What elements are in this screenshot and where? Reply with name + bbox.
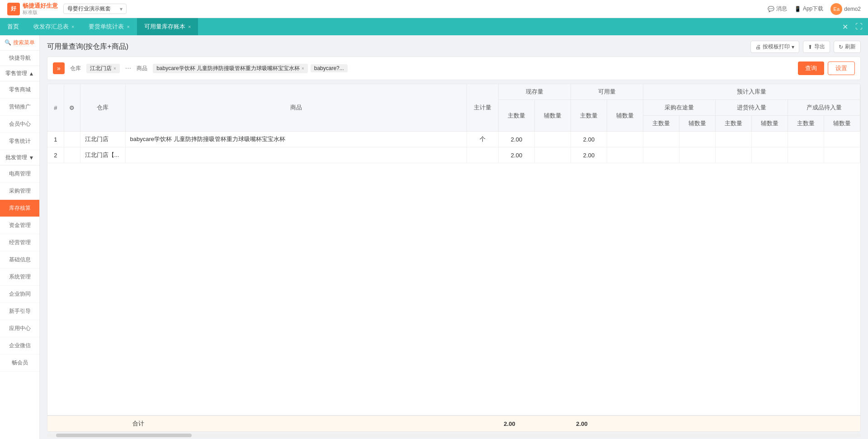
th-avail-aux: 辅数量 [607, 100, 643, 132]
cell-index: 2 [47, 147, 64, 163]
cell-stock-aux [535, 147, 571, 163]
refresh-icon: ↻ [839, 44, 843, 50]
horizontal-scrollbar[interactable] [47, 434, 861, 437]
export-btn[interactable]: ⬆ 导出 [803, 41, 830, 53]
page-title: 可用量查询(按仓库+商品) [47, 42, 128, 52]
message-btn[interactable]: 💬 消息 [768, 5, 787, 13]
sidebar-item-vip[interactable]: 畅会员 [0, 354, 39, 372]
search-icon: 🔍 [5, 39, 11, 46]
tab-order-stats[interactable]: 要货单统计表 × [81, 18, 137, 35]
tab-receivable[interactable]: 收发存汇总表 × [26, 18, 81, 35]
cell-inbound-main [716, 132, 752, 147]
sidebar-item-retail-stats[interactable]: 零售统计 [0, 133, 39, 150]
download-btn[interactable]: 📱 App下载 [794, 5, 823, 13]
chevron-icon: ▲ [29, 71, 34, 77]
sidebar-item-basic-info[interactable]: 基础信息 [0, 251, 39, 269]
cell-settings [64, 147, 80, 163]
sidebar-item-purchase[interactable]: 采购管理 [0, 183, 39, 200]
refresh-btn[interactable]: ↻ 刷新 [834, 41, 861, 53]
th-index: # [47, 84, 64, 132]
product-tag-1-close[interactable]: × [302, 66, 304, 71]
app-sub: 标准版 [23, 9, 58, 15]
tab-home[interactable]: 首页 [0, 18, 26, 35]
sidebar-item-finance[interactable]: 资金管理 [0, 217, 39, 234]
table-container: # ⚙ 仓库 商品 主计量 现存量 可用量 预计入库量 主数 [47, 84, 861, 432]
sidebar-item-guide[interactable]: 新手引导 [0, 303, 39, 320]
sidebar-item-app-center[interactable]: 应用中心 [0, 320, 39, 337]
settings-icon[interactable]: ⚙ [69, 104, 75, 111]
tab-close-order-stats[interactable]: × [127, 24, 129, 29]
download-icon: 📱 [794, 6, 801, 12]
sidebar-item-ecommerce[interactable]: 电商管理 [0, 165, 39, 183]
table-row: 1 江北门店 babycare学饮杯 儿童防摔防撞吸管杯重力球吸嘴杯宝宝水杯 个… [47, 132, 860, 147]
message-icon: 💬 [768, 6, 774, 12]
sidebar-item-collab[interactable]: 企业协同 [0, 286, 39, 303]
filter-expand-btn[interactable]: » [53, 62, 65, 74]
sidebar-item-inventory[interactable]: 库存核算 [0, 200, 39, 217]
tab-close-available-stock[interactable]: × [188, 24, 191, 29]
cell-avail-aux [607, 147, 643, 163]
sidebar-item-wholesale-mgmt[interactable]: 批发管理 ▼ [0, 150, 39, 165]
cell-inbound-aux [752, 132, 788, 147]
th-avail-main: 主数量 [571, 100, 607, 132]
sidebar: 🔍 搜索菜单 快捷导航 零售管理 ▲ 零售商城 营销推广 会员中心 零售统计 批… [0, 35, 40, 439]
store-selector[interactable]: 母婴行业演示账套 ▾ [63, 4, 127, 14]
sidebar-search[interactable]: 🔍 搜索菜单 [0, 35, 39, 51]
sidebar-item-operations[interactable]: 经营管理 [0, 234, 39, 251]
user-area[interactable]: Ea demo2 [830, 3, 861, 15]
cell-warehouse: 江北门店【... [80, 147, 125, 163]
footer-avail-main: 2.00 [564, 420, 600, 427]
tab-fullscreen-btn[interactable]: ⛶ [854, 23, 864, 31]
user-name: demo2 [844, 6, 861, 12]
main-layout: 🔍 搜索菜单 快捷导航 零售管理 ▲ 零售商城 营销推广 会员中心 零售统计 批… [0, 35, 868, 439]
product-label: 商品 [137, 65, 147, 72]
footer-stock-main: 2.00 [491, 420, 528, 427]
query-button[interactable]: 查询 [798, 61, 824, 75]
sidebar-item-member[interactable]: 会员中心 [0, 116, 39, 133]
product-tag-2: babycare?... [311, 64, 348, 72]
avatar: Ea [830, 3, 842, 15]
tab-bar-right: ✕ ⛶ [840, 23, 868, 31]
cell-purchase-main [643, 147, 679, 163]
export-icon: ⬆ [808, 44, 812, 50]
cell-index: 1 [47, 132, 64, 147]
filter-bar: » 仓库 江北门店 × ··· 商品 babycare学饮杯 儿童防摔防撞吸管杯… [47, 57, 861, 80]
sidebar-item-wechat[interactable]: 企业微信 [0, 337, 39, 354]
th-warehouse: 仓库 [80, 84, 125, 132]
filter-more-icon[interactable]: ··· [125, 64, 131, 72]
sidebar-item-retail-mall[interactable]: 零售商城 [0, 81, 39, 99]
cell-product-aux [824, 132, 860, 147]
cell-purchase-aux [679, 132, 716, 147]
th-product-main: 主数量 [788, 116, 824, 132]
print-btn[interactable]: 🖨 按模板打印 ▾ [750, 41, 799, 53]
tab-close-receivable[interactable]: × [71, 24, 74, 29]
page-actions: 🖨 按模板打印 ▾ ⬆ 导出 ↻ 刷新 [750, 41, 861, 53]
th-settings: ⚙ [64, 84, 80, 132]
th-product-aux: 辅数量 [824, 116, 860, 132]
product-tag-1: babycare学饮杯 儿童防摔防撞吸管杯重力球吸嘴杯宝宝水杯 × [153, 64, 308, 73]
scroll-thumb[interactable] [56, 434, 192, 437]
warehouse-tag-close[interactable]: × [113, 66, 116, 71]
data-table: # ⚙ 仓库 商品 主计量 现存量 可用量 预计入库量 主数 [47, 84, 860, 163]
th-inbound-pending: 进货待入量 [716, 100, 788, 116]
sidebar-item-retail-mgmt[interactable]: 零售管理 ▲ [0, 66, 39, 81]
tab-close-all-btn[interactable]: ✕ [840, 23, 850, 31]
cell-avail-main: 2.00 [571, 147, 607, 163]
sidebar-quick-nav[interactable]: 快捷导航 [0, 51, 39, 66]
th-inbound-aux: 辅数量 [752, 116, 788, 132]
top-bar-right: 💬 消息 📱 App下载 Ea demo2 [768, 3, 861, 15]
cell-stock-main: 2.00 [499, 132, 535, 147]
th-main-unit: 主计量 [467, 84, 499, 132]
message-label: 消息 [776, 5, 787, 13]
th-purchase-main: 主数量 [643, 116, 679, 132]
sidebar-item-system[interactable]: 系统管理 [0, 269, 39, 286]
warehouse-label: 仓库 [70, 65, 81, 72]
print-icon: 🖨 [755, 44, 761, 50]
sidebar-item-marketing[interactable]: 营销推广 [0, 99, 39, 116]
cell-product: babycare学饮杯 儿童防摔防撞吸管杯重力球吸嘴杯宝宝水杯 [125, 132, 467, 147]
product-filter-area: babycare学饮杯 儿童防摔防撞吸管杯重力球吸嘴杯宝宝水杯 × babyca… [153, 64, 793, 73]
setting-button[interactable]: 设置 [828, 61, 855, 75]
th-product: 商品 [125, 84, 467, 132]
top-bar: 好 畅捷通好生意 标准版 母婴行业演示账套 ▾ 💬 消息 📱 App下载 Ea … [0, 0, 868, 18]
tab-available-stock[interactable]: 可用量库存账本 × [137, 18, 198, 35]
